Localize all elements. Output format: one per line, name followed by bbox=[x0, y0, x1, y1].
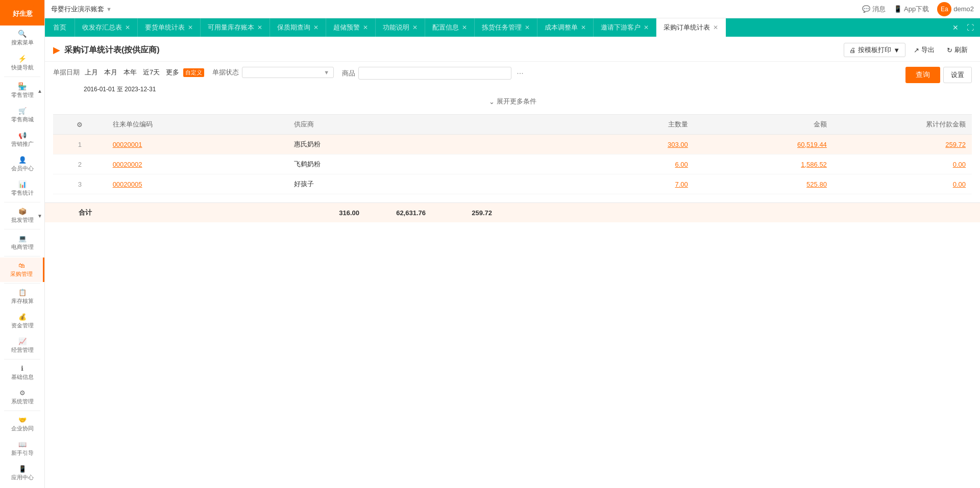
sidebar-item-system[interactable]: ⚙ 系统管理 bbox=[0, 385, 44, 409]
close-icon[interactable]: ✕ bbox=[412, 24, 418, 31]
paid-link[interactable]: 259.72 bbox=[945, 141, 966, 148]
tab-label: 要货单统计表 bbox=[145, 23, 185, 32]
close-icon[interactable]: ✕ bbox=[644, 24, 649, 31]
svg-text:好生意: 好生意 bbox=[12, 10, 33, 17]
sidebar-item-purchase[interactable]: 🛍 采购管理 bbox=[0, 258, 44, 282]
sidebar-item-retail-stats[interactable]: 📊 零售统计 bbox=[0, 176, 44, 201]
close-icon[interactable]: ✕ bbox=[363, 24, 368, 31]
page-content: ▶ 采购订单统计表(按供应商) 🖨 按模板打印 ▼ ↗ 导出 bbox=[45, 37, 980, 488]
org-selector[interactable]: 母婴行业演示账套 ▼ bbox=[51, 5, 112, 14]
qty-link[interactable]: 303.00 bbox=[668, 141, 688, 148]
amount-link[interactable]: 525.80 bbox=[806, 181, 827, 188]
template-print-button[interactable]: 🖨 按模板打印 ▼ bbox=[844, 43, 905, 57]
table-row: 3 00020005 好孩子 7.00 bbox=[53, 174, 972, 194]
chevron-down-icon: ▼ bbox=[893, 46, 900, 54]
more-options-button[interactable]: ··· bbox=[514, 69, 525, 78]
app-download-label: App下载 bbox=[904, 5, 929, 14]
date-last-month[interactable]: 上月 bbox=[83, 67, 100, 78]
data-table: ⚙ 往来单位编码 供应商 主数量 金额 累计付款金额 1 bbox=[53, 114, 972, 194]
code-link[interactable]: 00020001 bbox=[113, 141, 142, 148]
row-amount: 525.80 bbox=[694, 174, 833, 194]
sidebar-item-member[interactable]: 👤 会员中心 bbox=[0, 152, 44, 176]
sidebar-item-enterprise-wx[interactable]: 💬 企业微信 bbox=[0, 485, 44, 488]
chevron-down-icon: ▼ bbox=[106, 6, 112, 12]
tab-purchase-summary[interactable]: 采购订单统计表 ✕ bbox=[656, 18, 726, 37]
sidebar-item-enterprise[interactable]: 🤝 企业协同 bbox=[0, 412, 44, 436]
export-button[interactable]: ↗ 导出 bbox=[910, 43, 939, 57]
sidebar-item-finance[interactable]: 💰 资金管理 bbox=[0, 309, 44, 333]
qty-link[interactable]: 7.00 bbox=[675, 181, 688, 188]
tab-picking-tasks[interactable]: 拣货任务管理 ✕ bbox=[475, 18, 537, 37]
maximize-button[interactable]: ⛶ bbox=[965, 21, 976, 34]
row-qty: 7.00 bbox=[587, 174, 694, 194]
tab-home[interactable]: 首页 bbox=[45, 18, 75, 37]
th-gear[interactable]: ⚙ bbox=[53, 115, 107, 135]
message-icon: 💬 bbox=[862, 5, 870, 13]
sidebar-item-retail[interactable]: 🏪 零售管理 ▲ bbox=[0, 78, 44, 103]
close-icon[interactable]: ✕ bbox=[462, 24, 467, 31]
date-more[interactable]: 更多 bbox=[164, 67, 181, 78]
tab-overstock-warning[interactable]: 超储预警 ✕ bbox=[326, 18, 376, 37]
gear-icon: ⚙ bbox=[77, 121, 83, 129]
tab-invite-downstream[interactable]: 邀请下游客户 ✕ bbox=[594, 18, 656, 37]
th-amount: 金额 bbox=[694, 115, 833, 135]
message-action[interactable]: 💬 消息 bbox=[862, 5, 886, 14]
date-this-month[interactable]: 本月 bbox=[102, 67, 119, 78]
sidebar-item-quick-nav[interactable]: ⚡ 快捷导航 bbox=[0, 50, 44, 75]
row-num: 1 bbox=[53, 135, 107, 155]
sidebar-item-label: 资金管理 bbox=[11, 322, 34, 329]
status-select[interactable]: ▼ bbox=[242, 67, 334, 78]
tab-stock-ledger[interactable]: 可用量库存账本 ✕ bbox=[201, 18, 270, 37]
sidebar-item-app-center[interactable]: 📱 应用中心 bbox=[0, 461, 44, 485]
date-this-year[interactable]: 本年 bbox=[121, 67, 139, 78]
tab-label: 配置信息 bbox=[432, 23, 459, 32]
tab-label: 采购订单统计表 bbox=[664, 23, 710, 32]
row-num: 3 bbox=[53, 174, 107, 194]
app-download-action[interactable]: 📱 App下载 bbox=[894, 5, 929, 14]
sidebar-item-operations[interactable]: 📈 经营管理 bbox=[0, 333, 44, 358]
query-button[interactable]: 查询 bbox=[905, 67, 940, 83]
close-icon[interactable]: ✕ bbox=[713, 24, 718, 31]
goods-input[interactable] bbox=[358, 67, 511, 80]
summary-qty: 316.00 bbox=[308, 209, 359, 217]
sidebar-item-wholesale[interactable]: 📦 批发管理 ▼ bbox=[0, 203, 44, 228]
tab-order-summary[interactable]: 要货单统计表 ✕ bbox=[138, 18, 201, 37]
goods-search-input[interactable] bbox=[363, 69, 507, 77]
refresh-button[interactable]: ↻ 刷新 bbox=[943, 43, 972, 57]
close-icon[interactable]: ✕ bbox=[525, 24, 530, 31]
org-name: 母婴行业演示账套 bbox=[51, 5, 104, 14]
sidebar-item-marketing[interactable]: 📢 营销推广 bbox=[0, 127, 44, 152]
paid-link[interactable]: 0.00 bbox=[953, 181, 966, 188]
close-tab-button[interactable]: ✕ bbox=[950, 21, 961, 34]
sidebar-item-label: 会员中心 bbox=[11, 165, 34, 172]
close-icon[interactable]: ✕ bbox=[257, 24, 262, 31]
close-icon[interactable]: ✕ bbox=[125, 24, 130, 31]
collapse-arrow[interactable]: ▶ bbox=[53, 44, 60, 56]
paid-link[interactable]: 0.00 bbox=[953, 161, 966, 168]
sidebar-item-inventory[interactable]: 📋 库存核算 bbox=[0, 285, 44, 309]
close-icon[interactable]: ✕ bbox=[188, 24, 193, 31]
amount-link[interactable]: 1,586.52 bbox=[801, 161, 827, 168]
amount-link[interactable]: 60,519.44 bbox=[797, 141, 827, 148]
close-icon[interactable]: ✕ bbox=[313, 24, 318, 31]
tab-receipt-summary[interactable]: 收发存汇总表 ✕ bbox=[75, 18, 138, 37]
custom-tag: 自定义 bbox=[183, 68, 204, 77]
qty-link[interactable]: 6.00 bbox=[675, 161, 688, 168]
sidebar-item-retail-mall[interactable]: 🛒 零售商城 bbox=[0, 103, 44, 127]
sidebar-item-new-guide[interactable]: 📖 新手引导 bbox=[0, 436, 44, 461]
code-link[interactable]: 00020005 bbox=[113, 181, 142, 188]
date-7days[interactable]: 近7天 bbox=[141, 67, 162, 78]
tab-expiry-query[interactable]: 保质期查询 ✕ bbox=[270, 18, 326, 37]
sidebar-item-ecommerce[interactable]: 💻 电商管理 bbox=[0, 230, 44, 255]
close-icon[interactable]: ✕ bbox=[581, 24, 586, 31]
user-profile[interactable]: Ea demo2 bbox=[937, 2, 974, 16]
sidebar-item-basic-info[interactable]: ℹ 基础信息 bbox=[0, 361, 44, 385]
settings-button[interactable]: 设置 bbox=[943, 67, 972, 83]
tab-function-desc[interactable]: 功能说明 ✕ bbox=[376, 18, 425, 37]
code-link[interactable]: 00020002 bbox=[113, 161, 142, 168]
expand-more-button[interactable]: ⌄ 展开更多条件 bbox=[489, 97, 536, 106]
sidebar-item-search[interactable]: 🔍 搜索菜单 bbox=[0, 25, 44, 50]
tab-config-info[interactable]: 配置信息 ✕ bbox=[425, 18, 475, 37]
tab-cost-adjust[interactable]: 成本调整单 ✕ bbox=[537, 18, 594, 37]
sidebar-item-label: 快捷导航 bbox=[11, 64, 34, 71]
